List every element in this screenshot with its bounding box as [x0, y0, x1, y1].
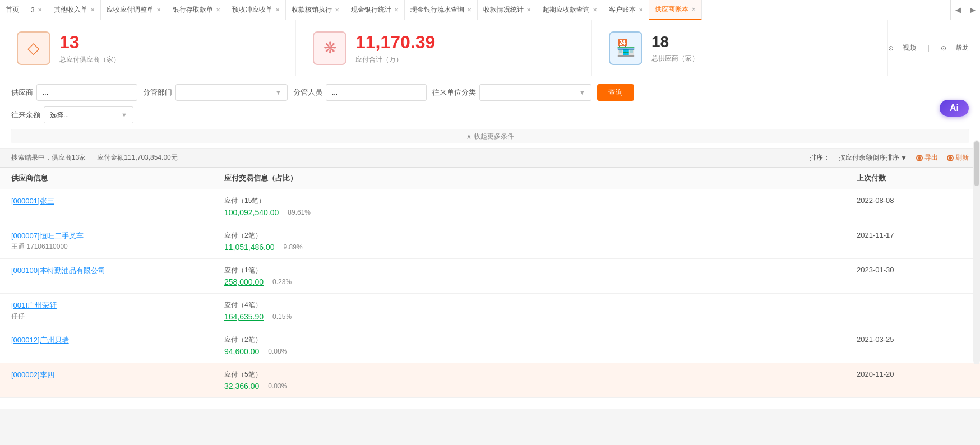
- stat-content-3: 18 总供应商（家）: [651, 33, 699, 63]
- nav-tab-overdue[interactable]: 超期应收款查询 ✕: [537, 0, 603, 20]
- supplier-info-6: [000002]李四: [11, 370, 224, 380]
- collapse-chevron-icon: ∧: [466, 133, 471, 141]
- last-pay-6: 2020-11-20: [857, 370, 969, 378]
- nav-tab-cash-stat[interactable]: 现金银行统计 ✕: [345, 0, 405, 20]
- person-input[interactable]: ...: [326, 84, 427, 101]
- export-radio-icon: [916, 155, 923, 161]
- supplier-link-1[interactable]: [000001]张三: [11, 196, 224, 206]
- ai-button[interactable]: Ai: [940, 100, 969, 117]
- nav-tab-overdue-close[interactable]: ✕: [593, 7, 597, 13]
- nav-tab-3[interactable]: 3 ✕: [25, 0, 48, 20]
- nav-tab-cash-flow-label: 现金银行流水查询: [410, 5, 464, 15]
- tx-label-2: 应付（2笔）: [224, 231, 857, 240]
- tx-amount-6[interactable]: 32,366.00: [224, 382, 259, 391]
- scrollbar[interactable]: [973, 140, 980, 364]
- payable-icon: ❋: [313, 31, 346, 65]
- filter-category: 往来单位分类 ▼: [432, 84, 591, 101]
- sort-label: 排序：: [810, 153, 830, 163]
- nav-tab-cash-flow[interactable]: 现金银行流水查询 ✕: [405, 0, 478, 20]
- supplier-link-4[interactable]: [001]广州荣轩: [11, 300, 224, 310]
- sort-value[interactable]: 按应付余额倒序排序 ▼: [839, 153, 907, 163]
- supplier-info-3: [000100]本特勤油品有限公司: [11, 266, 224, 276]
- tx-row-3: 258,000.00 0.23%: [224, 277, 857, 286]
- separator: ｜: [925, 43, 932, 53]
- nav-tab-adjust-close[interactable]: ✕: [156, 7, 161, 13]
- nav-tab-receipt-stat-close[interactable]: ✕: [526, 7, 531, 13]
- balance-select-value: 选择...: [50, 110, 69, 120]
- tx-label-5: 应付（2笔）: [224, 335, 857, 345]
- tx-pct-6: 0.03%: [268, 382, 287, 390]
- nav-left-arrow[interactable]: ◀: [951, 0, 965, 20]
- filter-person: 分管人员 ...: [293, 84, 427, 101]
- nav-tab-3-close[interactable]: ✕: [38, 7, 42, 13]
- tx-info-6: 应付（5笔） 32,366.00 0.03%: [224, 370, 857, 391]
- nav-tab-advance[interactable]: 预收冲应收单 ✕: [226, 0, 286, 20]
- table-row: [000001]张三 应付（15笔） 100,092,540.00 89.61%…: [0, 189, 980, 224]
- nav-tab-3-label: 3: [31, 6, 35, 14]
- supplier-input[interactable]: ...: [36, 84, 137, 101]
- tx-amount-3[interactable]: 258,000.00: [224, 277, 264, 286]
- nav-tab-receipt[interactable]: 收款核销执行 ✕: [286, 0, 345, 20]
- nav-tab-receipt-close[interactable]: ✕: [335, 7, 339, 13]
- nav-tab-bank[interactable]: 银行存取款单 ✕: [167, 0, 226, 20]
- balance-select[interactable]: 选择... ▼: [44, 106, 133, 123]
- nav-tab-home[interactable]: 首页: [0, 0, 25, 20]
- supplier-filter-label: 供应商: [11, 87, 33, 98]
- nav-tab-supplier-close[interactable]: ✕: [691, 6, 696, 12]
- nav-tab-supplier[interactable]: 供应商账本 ✕: [649, 0, 702, 20]
- supplier-link-3[interactable]: [000100]本特勤油品有限公司: [11, 266, 224, 276]
- nav-tab-bank-close[interactable]: ✕: [216, 7, 220, 13]
- help-icon: ⊙: [941, 44, 946, 52]
- nav-tab-customer[interactable]: 客户账本 ✕: [603, 0, 649, 20]
- filter-area: 供应商 ... 分管部门 ▼ 分管人员 ... 往来单位分类 ▼ 查询: [0, 76, 980, 149]
- balance-filter-label: 往来余额: [11, 110, 40, 120]
- scrollbar-thumb[interactable]: [974, 141, 979, 186]
- nav-tab-other-income-label: 其他收入单: [54, 5, 87, 15]
- nav-tab-receipt-stat[interactable]: 收款情况统计 ✕: [478, 0, 537, 20]
- nav-tab-customer-close[interactable]: ✕: [639, 7, 643, 13]
- video-link[interactable]: 视频: [903, 43, 916, 53]
- stat-label-3: 总供应商（家）: [651, 54, 699, 63]
- nav-tab-advance-label: 预收冲应收单: [232, 5, 272, 15]
- category-select[interactable]: ▼: [479, 84, 591, 101]
- tx-label-4: 应付（4笔）: [224, 300, 857, 310]
- query-button[interactable]: 查询: [597, 84, 634, 101]
- tx-amount-5[interactable]: 94,600.00: [224, 347, 259, 356]
- supplier-link-5[interactable]: [000012]广州贝瑞: [11, 335, 224, 345]
- collapse-label: 收起更多条件: [474, 132, 514, 141]
- category-chevron-icon: ▼: [579, 89, 585, 96]
- tx-amount-4[interactable]: 164,635.90: [224, 312, 264, 321]
- tx-info-4: 应付（4笔） 164,635.90 0.15%: [224, 300, 857, 321]
- nav-tab-adjust-label: 应收应付调整单: [107, 5, 154, 15]
- nav-tab-supplier-label: 供应商账本: [655, 4, 688, 14]
- tx-amount-1[interactable]: 100,092,540.00: [224, 208, 279, 217]
- filter-balance: 往来余额 选择... ▼: [11, 106, 133, 123]
- collapse-button[interactable]: ∧ 收起更多条件: [11, 129, 969, 143]
- category-filter-label: 往来单位分类: [432, 87, 476, 98]
- nav-tab-other-income[interactable]: 其他收入单 ✕: [48, 0, 101, 20]
- last-pay-2: 2021-11-17: [857, 231, 969, 239]
- help-link[interactable]: 帮助: [955, 43, 969, 53]
- dept-select[interactable]: ▼: [175, 84, 288, 101]
- export-button[interactable]: 导出: [916, 153, 938, 163]
- tx-label-6: 应付（5笔）: [224, 370, 857, 379]
- nav-right-arrow[interactable]: ▶: [965, 0, 980, 20]
- table-row: [000007]恒旺二手叉车 王通 17106110000 应付（2笔） 11,…: [0, 224, 980, 259]
- supplier-link-2[interactable]: [000007]恒旺二手叉车: [11, 231, 224, 241]
- nav-tab-cash-flow-close[interactable]: ✕: [467, 7, 471, 13]
- stat-label-1: 总应付供应商（家）: [59, 55, 120, 64]
- supplier-info-5: [000012]广州贝瑞: [11, 335, 224, 345]
- refresh-button[interactable]: 刷新: [947, 153, 969, 163]
- nav-tab-adjust[interactable]: 应收应付调整单 ✕: [101, 0, 167, 20]
- amount-text: 应付金额111,703,854.00元: [97, 153, 177, 163]
- stat-content-1: 13 总应付供应商（家）: [59, 31, 120, 64]
- refresh-radio-icon: [947, 155, 954, 161]
- nav-tab-cash-stat-close[interactable]: ✕: [394, 7, 399, 13]
- nav-tab-advance-close[interactable]: ✕: [275, 7, 280, 13]
- table-wrap: 供应商信息 应付交易信息（占比） 上次付数 [000001]张三 应付（15笔）…: [0, 168, 980, 409]
- stat-content-2: 11,170.39 应付合计（万）: [355, 31, 435, 64]
- nav-arrows: ◀ ▶: [950, 0, 980, 20]
- tx-amount-2[interactable]: 11,051,486.00: [224, 243, 275, 252]
- nav-tab-other-income-close[interactable]: ✕: [90, 7, 95, 13]
- supplier-link-6[interactable]: [000002]李四: [11, 370, 224, 380]
